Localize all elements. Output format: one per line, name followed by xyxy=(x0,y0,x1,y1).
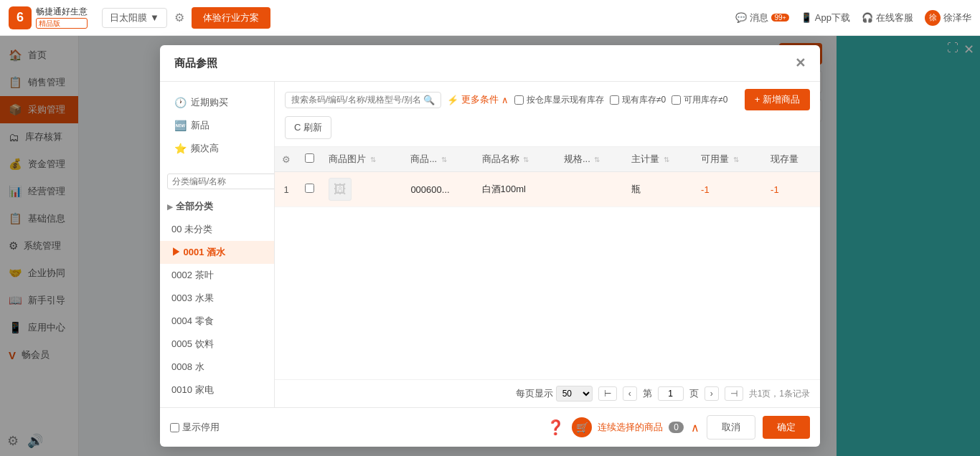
page-next-btn[interactable]: › xyxy=(705,386,719,401)
user-item[interactable]: 徐 徐泽华 xyxy=(925,10,971,26)
top-navigation: 6 畅捷通好生意 精品版 日太阳膜 ▼ ⚙ 体验行业方案 💬 消息 99+ 📱 … xyxy=(0,0,980,36)
row-stock: -1 xyxy=(763,172,820,207)
row-image-cell: 🖼 xyxy=(321,172,403,207)
new-icon: 🆕 xyxy=(174,120,187,131)
help-icon[interactable]: ❓ xyxy=(547,419,565,436)
modal-table-panel: 🔍 ⚡ 更多条件 ∧ 按仓库显示现有库存 xyxy=(275,82,820,407)
row-num: 1 xyxy=(275,172,298,207)
row-code: 000600... xyxy=(403,172,474,207)
cart-icon: 🛒 xyxy=(572,417,592,437)
table-row[interactable]: 1 🖼 xyxy=(275,172,820,207)
logo-text: 畅捷通好生意 精品版 xyxy=(36,6,88,29)
modal-header: 商品参照 ✕ xyxy=(160,45,820,82)
table-settings-icon[interactable]: ⚙ xyxy=(282,154,291,165)
cart-area[interactable]: 🛒 连续选择的商品 0 xyxy=(572,417,684,437)
modal-close-btn[interactable]: ✕ xyxy=(795,55,806,71)
collapse-footer-icon[interactable]: ∧ xyxy=(691,421,699,434)
col-image: 商品图片 ⇅ xyxy=(321,147,403,172)
store-selector[interactable]: 日太阳膜 ▼ xyxy=(102,8,167,28)
clock-icon: 🕐 xyxy=(174,97,187,108)
modal-toolbar: 🔍 ⚡ 更多条件 ∧ 按仓库显示现有库存 xyxy=(275,82,820,147)
triangle-icon: ▶ xyxy=(167,203,173,211)
page-total-info: 共1页，1条记录 xyxy=(749,388,810,400)
pagination: 每页显示 50 20 100 ⊢ ‹ 第 页 xyxy=(275,379,820,407)
category-search-row: ◀◀ xyxy=(160,171,274,195)
message-icon: 💬 xyxy=(735,12,747,23)
quick-new[interactable]: 🆕 新品 xyxy=(167,115,267,136)
category-fruit[interactable]: 0003 水果 xyxy=(160,287,274,310)
settings-gear-icon[interactable]: ⚙ xyxy=(174,11,184,24)
modal-categories-panel: 🕐 近期购买 🆕 新品 ⭐ 频次高 xyxy=(160,82,275,407)
checkbox-warehouse[interactable]: 按仓库显示现有库存 xyxy=(514,94,604,106)
row-checkbox-cell xyxy=(298,172,321,207)
page-last-btn[interactable]: ⊣ xyxy=(725,386,743,401)
quick-access: 🕐 近期购买 🆕 新品 ⭐ 频次高 xyxy=(160,89,274,162)
modal-dialog: 商品参照 ✕ 🕐 近期购买 🆕 xyxy=(160,45,820,447)
filter-more-btn[interactable]: ⚡ 更多条件 ∧ xyxy=(447,93,509,106)
checkbox-available[interactable]: 现有库存≠0 xyxy=(610,94,666,106)
product-thumbnail: 🖼 xyxy=(329,178,352,201)
category-tea[interactable]: 0002 茶叶 xyxy=(160,264,274,287)
row-available: -1 xyxy=(694,172,763,207)
app-download-item[interactable]: 📱 App下载 xyxy=(801,11,850,24)
show-disabled-checkbox[interactable]: 显示停用 xyxy=(170,421,220,434)
row-checkbox[interactable] xyxy=(305,184,314,193)
col-settings: ⚙ xyxy=(275,147,298,172)
headset-icon: 🎧 xyxy=(862,12,873,23)
page-prev-btn[interactable]: ‹ xyxy=(623,386,637,401)
online-service-item[interactable]: 🎧 在线客服 xyxy=(862,11,913,24)
cart-count: 0 xyxy=(669,422,684,433)
experience-btn[interactable]: 体验行业方案 xyxy=(192,7,270,29)
row-name: 白酒100ml xyxy=(475,172,557,207)
category-water[interactable]: 0008 水 xyxy=(160,356,274,379)
col-stock: 现存量 xyxy=(763,147,820,172)
category-wine[interactable]: ▶ 0001 酒水 xyxy=(160,241,274,264)
logo-icon: 6 xyxy=(9,6,32,29)
modal-body: 🕐 近期购买 🆕 新品 ⭐ 频次高 xyxy=(160,82,820,407)
modal-overlay: 商品参照 ✕ 🕐 近期购买 🆕 xyxy=(0,36,980,456)
category-beverage[interactable]: 0005 饮料 xyxy=(160,333,274,356)
category-all[interactable]: ▶ 全部分类 xyxy=(160,195,274,218)
confirm-button[interactable]: 确定 xyxy=(763,416,810,439)
product-search-wrap: 🔍 xyxy=(285,92,441,108)
modal-title: 商品参照 xyxy=(174,57,217,70)
col-spec: 规格... ⇅ xyxy=(557,147,624,172)
search-icon[interactable]: 🔍 xyxy=(423,95,435,105)
category-snack[interactable]: 0004 零食 xyxy=(160,310,274,333)
category-appliance[interactable]: 0010 家电 xyxy=(160,379,274,402)
category-unclassified[interactable]: 00 未分类 xyxy=(160,218,274,241)
message-item[interactable]: 💬 消息 99+ xyxy=(735,11,788,24)
avatar: 徐 xyxy=(925,10,941,26)
select-all-checkbox[interactable] xyxy=(305,153,314,163)
product-table: ⚙ 商品图片 ⇅ xyxy=(275,147,820,207)
mobile-icon: 📱 xyxy=(801,12,812,23)
page-number-input[interactable] xyxy=(658,386,684,401)
checkbox-usable[interactable]: 可用库存≠0 xyxy=(672,94,727,106)
filter-icon: ⚡ xyxy=(447,95,458,105)
row-spec xyxy=(557,172,624,207)
col-code: 商品... ⇅ xyxy=(403,147,474,172)
star-icon: ⭐ xyxy=(174,143,187,154)
col-available: 可用量 ⇅ xyxy=(694,147,763,172)
product-table-wrap: ⚙ 商品图片 ⇅ xyxy=(275,147,820,379)
page-first-btn[interactable]: ⊢ xyxy=(598,386,617,401)
page-size-select[interactable]: 50 20 100 xyxy=(556,386,593,402)
col-name: 商品名称 ⇅ xyxy=(475,147,557,172)
row-unit: 瓶 xyxy=(624,172,694,207)
col-unit: 主计量 ⇅ xyxy=(624,147,694,172)
category-search-input[interactable] xyxy=(167,174,275,189)
col-checkbox xyxy=(298,147,321,172)
modal-footer: 显示停用 ❓ 🛒 连续选择的商品 0 ∧ 取消 确定 xyxy=(160,407,820,447)
product-search-input[interactable] xyxy=(291,95,420,105)
logo-area: 6 畅捷通好生意 精品版 xyxy=(9,6,95,29)
page-size-wrap: 每页显示 50 20 100 xyxy=(516,386,593,402)
quick-recent[interactable]: 🕐 近期购买 xyxy=(167,92,267,113)
refresh-btn[interactable]: C 刷新 xyxy=(285,116,331,139)
quick-frequent[interactable]: ⭐ 频次高 xyxy=(167,138,267,159)
add-product-btn[interactable]: + 新增商品 xyxy=(745,89,810,110)
cancel-button[interactable]: 取消 xyxy=(707,415,755,440)
nav-right: 💬 消息 99+ 📱 App下载 🎧 在线客服 徐 徐泽华 xyxy=(735,10,971,26)
